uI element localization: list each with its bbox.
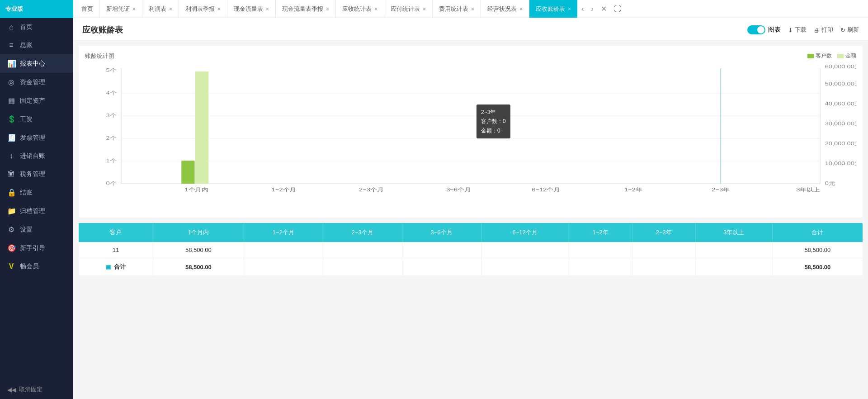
chart-toggle[interactable] bbox=[747, 25, 765, 34]
sidebar-item-ledger[interactable]: ≡ 总账 bbox=[0, 36, 73, 54]
bar-amount-0 bbox=[195, 71, 208, 184]
sidebar-item-archive[interactable]: 📁 归档管理 bbox=[0, 202, 73, 220]
chart-title: 账龄统计图 bbox=[85, 52, 856, 60]
td-total-sum: 58,500.00 bbox=[772, 258, 863, 276]
svg-text:50,000.00元: 50,000.00元 bbox=[825, 81, 856, 87]
tab-close-all-button[interactable]: ✕ bbox=[597, 0, 610, 18]
td-m1: 58,500.00 bbox=[153, 242, 244, 258]
tab-profit-q[interactable]: 利润表季报 × bbox=[179, 0, 227, 18]
svg-text:2~3年: 2~3年 bbox=[712, 187, 730, 193]
sidebar-item-label: 进销台账 bbox=[20, 152, 45, 160]
sidebar-item-label: 工资 bbox=[20, 115, 33, 124]
sidebar-unpin-button[interactable]: ◀◀ 取消固定 bbox=[0, 380, 73, 399]
td-total-m2 bbox=[244, 258, 323, 276]
page-title: 应收账龄表 bbox=[82, 24, 123, 35]
app-logo: 专业版 bbox=[0, 0, 73, 18]
td-m7 bbox=[632, 242, 695, 258]
tab-label: 现金流量表 bbox=[234, 5, 263, 13]
refresh-button[interactable]: ↻ 刷新 bbox=[840, 26, 859, 34]
svg-text:3个: 3个 bbox=[106, 113, 116, 119]
tab-close-icon[interactable]: × bbox=[423, 6, 426, 12]
download-button[interactable]: ⬇ 下载 bbox=[788, 26, 807, 34]
sidebar-item-assets[interactable]: ▦ 固定资产 bbox=[0, 91, 73, 110]
th-m3: 2~3个月 bbox=[323, 223, 402, 242]
tab-close-icon[interactable]: × bbox=[132, 6, 136, 12]
print-button[interactable]: 🖨 打印 bbox=[814, 26, 833, 34]
tab-biz-status[interactable]: 经营状况表 × bbox=[481, 0, 529, 18]
close-acct-icon: 🔒 bbox=[7, 188, 15, 197]
tab-close-icon[interactable]: × bbox=[471, 6, 474, 12]
tab-fullscreen-button[interactable]: ⛶ bbox=[610, 0, 625, 18]
tab-label: 现金流量表季报 bbox=[282, 5, 323, 13]
svg-text:40,000.00元: 40,000.00元 bbox=[825, 101, 856, 107]
tab-close-icon[interactable]: × bbox=[519, 6, 523, 12]
tab-close-icon[interactable]: × bbox=[169, 6, 172, 12]
sidebar-item-salary[interactable]: 💲 工资 bbox=[0, 110, 73, 128]
sidebar-item-label: 畅会员 bbox=[20, 262, 39, 271]
tab-payable-stats[interactable]: 应付统计表 × bbox=[384, 0, 433, 18]
tab-cashflow-q[interactable]: 现金流量表季报 × bbox=[276, 0, 336, 18]
download-icon: ⬇ bbox=[788, 27, 793, 33]
td-customer: 11 bbox=[79, 242, 153, 258]
chart-area: 账龄统计图 客户数 金额 bbox=[79, 46, 863, 218]
guide-icon: 🎯 bbox=[7, 244, 15, 252]
tab-expense-stats[interactable]: 费用统计表 × bbox=[433, 0, 481, 18]
tab-profit[interactable]: 利润表 × bbox=[142, 0, 179, 18]
tab-close-icon[interactable]: × bbox=[266, 6, 269, 12]
sidebar-item-guide[interactable]: 🎯 新手引导 bbox=[0, 239, 73, 257]
td-total-m4 bbox=[402, 258, 481, 276]
td-total-label: ▣ 合计 bbox=[79, 258, 153, 276]
table-row[interactable]: 11 58,500.00 58,500.00 bbox=[79, 242, 863, 258]
legend-customer-label: 客户数 bbox=[816, 52, 832, 60]
svg-text:0个: 0个 bbox=[106, 180, 116, 186]
td-total-m3 bbox=[323, 258, 402, 276]
td-m2 bbox=[244, 242, 323, 258]
th-m5: 6~12个月 bbox=[481, 223, 569, 242]
sidebar-item-home[interactable]: ⌂ 首页 bbox=[0, 18, 73, 36]
tab-label: 新增凭证 bbox=[106, 5, 130, 13]
tab-close-icon[interactable]: × bbox=[568, 6, 571, 12]
chart-legend: 客户数 金额 bbox=[807, 52, 856, 60]
sidebar-item-label: 设置 bbox=[20, 226, 33, 234]
sidebar-item-settings[interactable]: ⚙ 设置 bbox=[0, 220, 73, 239]
svg-text:3~6个月: 3~6个月 bbox=[446, 187, 471, 193]
td-m3 bbox=[323, 242, 402, 258]
aging-table-wrap: 客户 1个月内 1~2个月 2~3个月 3~6个月 6~12个月 1~2年 2~… bbox=[79, 223, 863, 276]
tab-close-icon[interactable]: × bbox=[326, 6, 329, 12]
tax-icon: 🏛 bbox=[7, 170, 15, 178]
svg-text:3年以上: 3年以上 bbox=[796, 187, 820, 193]
tab-aging[interactable]: 应收账龄表 × bbox=[529, 0, 578, 18]
tab-home[interactable]: 首页 bbox=[75, 0, 100, 18]
sidebar-item-label: 资金管理 bbox=[20, 78, 45, 86]
tab-new-voucher[interactable]: 新增凭证 × bbox=[100, 0, 142, 18]
table-total-row: ▣ 合计 58,500.00 58,500.00 bbox=[79, 258, 863, 276]
tab-close-icon[interactable]: × bbox=[374, 6, 377, 12]
fund-icon: ◎ bbox=[7, 78, 15, 86]
td-m5 bbox=[481, 242, 569, 258]
sidebar-item-vip[interactable]: V 畅会员 bbox=[0, 257, 73, 276]
home-icon: ⌂ bbox=[7, 23, 15, 31]
sidebar-item-purchase[interactable]: ↕ 进销台账 bbox=[0, 147, 73, 165]
sidebar-item-tax[interactable]: 🏛 税务管理 bbox=[0, 165, 73, 183]
td-total-m1: 58,500.00 bbox=[153, 258, 244, 276]
refresh-icon: ↻ bbox=[840, 27, 845, 33]
sidebar-item-report[interactable]: 📊 报表中心 bbox=[0, 54, 73, 73]
tab-close-icon[interactable]: × bbox=[217, 6, 221, 12]
tab-next-button[interactable]: › bbox=[587, 0, 597, 18]
tab-prev-button[interactable]: ‹ bbox=[578, 0, 587, 18]
sidebar-item-fund[interactable]: ◎ 资金管理 bbox=[0, 73, 73, 91]
print-label: 打印 bbox=[821, 26, 833, 34]
chart-toggle-wrap: 图表 bbox=[747, 25, 781, 34]
sidebar-item-invoice[interactable]: 🧾 发票管理 bbox=[0, 128, 73, 147]
td-m8 bbox=[695, 242, 772, 258]
td-total: 58,500.00 bbox=[772, 242, 863, 258]
archive-icon: 📁 bbox=[7, 207, 15, 215]
sidebar-item-close[interactable]: 🔒 结账 bbox=[0, 183, 73, 202]
svg-text:2个: 2个 bbox=[106, 135, 116, 141]
svg-text:1~2个月: 1~2个月 bbox=[272, 187, 296, 193]
page-content: 应收账龄表 图表 ⬇ 下载 🖨 打印 ↻ 刷新 bbox=[73, 18, 868, 399]
tab-cashflow[interactable]: 现金流量表 × bbox=[227, 0, 276, 18]
sidebar-item-label: 发票管理 bbox=[20, 134, 45, 142]
tab-receivable-stats[interactable]: 应收统计表 × bbox=[336, 0, 384, 18]
bar-chart-svg: 0个 1个 2个 3个 4个 5个 0元 10,000.00元 20,000.0… bbox=[85, 64, 856, 200]
